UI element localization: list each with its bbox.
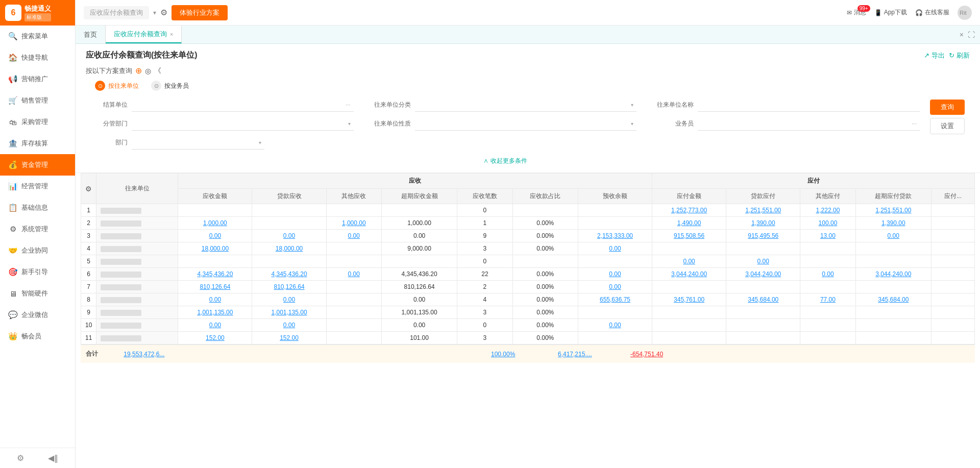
- cell-ar-amount[interactable]: 810,126.64: [178, 281, 252, 293]
- settlement-dots-icon[interactable]: ···: [346, 101, 351, 108]
- cell-ap-overdue[interactable]: 3,044,240.00: [855, 268, 931, 281]
- footer-prepay[interactable]: 6,417,215....: [539, 351, 611, 358]
- unit-nature-input[interactable]: [418, 118, 631, 129]
- scheme-by-salesperson[interactable]: ⊙ 按业务员: [147, 79, 193, 93]
- online-service-button[interactable]: 🎧 在线客服: [915, 8, 949, 17]
- cell-prepay[interactable]: 0.00: [578, 242, 652, 255]
- footer-ar-amount[interactable]: 19,553,472,6...: [108, 351, 180, 358]
- export-button[interactable]: ↗ 导出: [924, 51, 945, 60]
- message-button[interactable]: ✉ 消息 99+: [847, 8, 866, 17]
- unit-category-input[interactable]: [418, 99, 631, 110]
- unit-name-input[interactable]: [701, 99, 917, 110]
- sidebar-item-wechat[interactable]: 💬 企业微信: [0, 304, 75, 326]
- dept-input[interactable]: [135, 118, 348, 129]
- cell-ap-other[interactable]: 77.00: [800, 293, 855, 306]
- filter-add-icon[interactable]: ⊕: [135, 66, 142, 76]
- cell-ar-other[interactable]: 0.00: [326, 268, 381, 281]
- cell-prepay[interactable]: 0.00: [578, 319, 652, 332]
- cell-ar-loan[interactable]: 18,000.00: [252, 242, 326, 255]
- cell-ap-loan[interactable]: 1,251,551.00: [726, 204, 800, 217]
- cell-ar-other[interactable]: 1,000.00: [326, 217, 381, 230]
- topbar-gear-icon[interactable]: ⚙: [160, 8, 167, 17]
- maximize-window-icon[interactable]: ⛶: [968, 31, 975, 39]
- filter-collapse-icon[interactable]: 《: [154, 66, 161, 76]
- cell-ap-other[interactable]: 100.00: [800, 217, 855, 230]
- cell-ap-overdue[interactable]: 0.00: [855, 230, 931, 242]
- tab-home[interactable]: 首页: [76, 26, 106, 43]
- cell-ar-loan[interactable]: 0.00: [252, 293, 326, 306]
- settlement-input[interactable]: [135, 99, 346, 110]
- sidebar-item-quick-nav[interactable]: 🏠 快捷导航: [0, 47, 75, 68]
- filter-settings-icon[interactable]: ◎: [145, 67, 151, 75]
- cell-ar-amount[interactable]: 1,000.00: [178, 217, 252, 230]
- unit-nature-chevron-icon[interactable]: ▾: [631, 121, 633, 127]
- cell-ap-amount[interactable]: 3,044,240.00: [652, 268, 726, 281]
- tab-ar-ap[interactable]: 应收应付余额查询 ×: [106, 26, 182, 43]
- query-button[interactable]: 查询: [930, 100, 965, 115]
- cell-ap-amount[interactable]: 345,761.00: [652, 293, 726, 306]
- salesperson-dots-icon[interactable]: ···: [912, 120, 917, 127]
- sidebar-item-system[interactable]: ⚙ 系统管理: [0, 218, 75, 240]
- sidebar-item-guide[interactable]: 🎯 新手引导: [0, 261, 75, 283]
- sidebar-item-purchase[interactable]: 🛍 采购管理: [0, 111, 75, 133]
- cell-ap-overdue[interactable]: 1,251,551.00: [855, 204, 931, 217]
- cell-prepay[interactable]: 2,153,333.00: [578, 230, 652, 242]
- sidebar-item-sales[interactable]: 🛒 销售管理: [0, 90, 75, 111]
- cell-ap-other[interactable]: 13.00: [800, 230, 855, 242]
- dept-chevron-icon[interactable]: ▾: [348, 121, 351, 127]
- cell-ar-loan[interactable]: 0.00: [252, 230, 326, 242]
- settings-button[interactable]: 设置: [930, 118, 965, 134]
- cell-prepay[interactable]: 0.00: [578, 281, 652, 293]
- cell-ar-loan[interactable]: 4,345,436.20: [252, 268, 326, 281]
- sidebar-item-finance[interactable]: 💰 资金管理: [0, 154, 75, 176]
- scheme-by-unit[interactable]: ⊙ 按往来单位: [91, 79, 143, 93]
- tab-close-icon[interactable]: ×: [170, 31, 173, 37]
- th-settings-icon[interactable]: ⚙: [81, 174, 96, 204]
- cell-ar-amount[interactable]: 0.00: [178, 319, 252, 332]
- sidebar-item-basic-info[interactable]: 📋 基础信息: [0, 197, 75, 218]
- footer-ap-amount[interactable]: -654,751.40: [611, 351, 683, 358]
- section-dept-chevron-icon[interactable]: ▾: [259, 140, 261, 145]
- cell-ap-overdue[interactable]: 1,390.00: [855, 217, 931, 230]
- sidebar-item-inventory[interactable]: 🏦 库存核算: [0, 133, 75, 154]
- cell-ap-loan[interactable]: 0.00: [726, 255, 800, 268]
- unit-category-chevron-icon[interactable]: ▾: [631, 102, 633, 108]
- cell-ar-amount[interactable]: 0.00: [178, 293, 252, 306]
- cell-ap-loan[interactable]: 3,044,240.00: [726, 268, 800, 281]
- cell-ar-loan[interactable]: 0.00: [252, 319, 326, 332]
- sidebar-footer-settings[interactable]: ⚙: [17, 453, 24, 463]
- cell-prepay[interactable]: 0.00: [578, 268, 652, 281]
- cell-ap-loan[interactable]: 1,390.00: [726, 217, 800, 230]
- user-avatar[interactable]: Rit: [958, 6, 972, 20]
- sidebar-item-marketing[interactable]: 📢 营销推广: [0, 68, 75, 90]
- cell-ap-loan[interactable]: 345,684.00: [726, 293, 800, 306]
- cell-ar-other[interactable]: 0.00: [326, 230, 381, 242]
- cell-ap-other[interactable]: 1,222.00: [800, 204, 855, 217]
- collapse-more-btn[interactable]: ∧ 收起更多条件: [86, 155, 925, 167]
- cell-ap-overdue[interactable]: 345,684.00: [855, 293, 931, 306]
- sidebar-item-search[interactable]: 🔍 搜索菜单: [0, 26, 75, 47]
- cell-ap-loan[interactable]: 915,495.56: [726, 230, 800, 242]
- refresh-button[interactable]: ↻ 刷新: [949, 51, 970, 60]
- sidebar-item-operations[interactable]: 📊 经营管理: [0, 176, 75, 197]
- sidebar-item-member[interactable]: 👑 畅会员: [0, 326, 75, 347]
- sidebar-footer-collapse[interactable]: ◀‖: [48, 453, 58, 463]
- close-window-icon[interactable]: ×: [960, 31, 964, 39]
- cell-ar-loan[interactable]: 152.00: [252, 332, 326, 344]
- cell-ar-amount[interactable]: 18,000.00: [178, 242, 252, 255]
- section-dept-input[interactable]: [135, 137, 259, 148]
- salesperson-input[interactable]: [701, 118, 912, 129]
- cell-ap-amount[interactable]: 915,508.56: [652, 230, 726, 242]
- sidebar-item-collab[interactable]: 🤝 企业协同: [0, 240, 75, 261]
- cell-ar-loan[interactable]: 1,001,135.00: [252, 306, 326, 319]
- cell-ar-loan[interactable]: 810,126.64: [252, 281, 326, 293]
- cell-ar-amount[interactable]: 4,345,436.20: [178, 268, 252, 281]
- sidebar-item-hardware[interactable]: 🖥 智能硬件: [0, 283, 75, 304]
- topbar-chevron-icon[interactable]: ▾: [153, 9, 156, 16]
- app-download-button[interactable]: 📱 App下载: [874, 8, 907, 17]
- cell-ar-amount[interactable]: 152.00: [178, 332, 252, 344]
- cell-prepay[interactable]: 655,636.75: [578, 293, 652, 306]
- trial-button[interactable]: 体验行业方案: [172, 5, 228, 20]
- cell-ap-amount[interactable]: 0.00: [652, 255, 726, 268]
- cell-ar-amount[interactable]: 1,001,135.00: [178, 306, 252, 319]
